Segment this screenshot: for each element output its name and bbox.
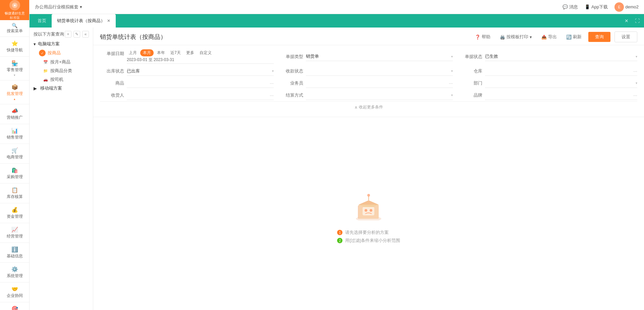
- mobile-scheme-group[interactable]: ▶ 移动端方案: [30, 84, 93, 93]
- warehouse-control[interactable]: ···: [485, 66, 637, 76]
- pc-scheme-group[interactable]: ▾ 电脑端方案: [30, 40, 93, 48]
- app-logo[interactable]: 畅捷通好生意 标准版: [0, 0, 30, 20]
- query-btn[interactable]: 查询: [588, 32, 610, 42]
- user-avatar: E: [614, 2, 624, 12]
- collapse-filter-btn[interactable]: ∧ 收起更多条件: [100, 101, 637, 113]
- wholesale-arrow: ▴: [14, 97, 15, 101]
- industry-selector[interactable]: 办公用品行业模拟账套 ▾: [35, 4, 82, 10]
- filter-cell-goods: 商品 ···: [100, 79, 279, 88]
- help-btn[interactable]: ❓ 帮助: [472, 33, 493, 41]
- print-btn[interactable]: 🖨️ 按模板打印 ▾: [497, 33, 535, 41]
- marketing-label: 营销推广: [7, 115, 23, 120]
- sidebar-item-sales[interactable]: 📊 销售管理: [0, 124, 29, 144]
- out-status-control[interactable]: 已出库 ▾: [127, 67, 274, 76]
- wholesale-label: 批发管理: [7, 91, 23, 97]
- salesman-label: 业务员: [279, 80, 306, 86]
- date-tab-this-year[interactable]: 本年: [155, 49, 167, 56]
- sidebar-item-basic[interactable]: ℹ️ 基础信息: [0, 243, 29, 263]
- sidebar-item-operations[interactable]: 📈 经营管理: [0, 223, 29, 243]
- sidebar-item-wholesale[interactable]: 📦 批发管理 ▴: [0, 81, 29, 104]
- warehouse-dots: ···: [633, 68, 637, 74]
- filter-cell-payment: 收款状态 ▾: [279, 66, 458, 76]
- svg-point-10: [367, 194, 370, 197]
- filter-cell-out-status: 出库状态 已出库 ▾: [100, 66, 279, 76]
- message-icon: 💬: [562, 4, 568, 9]
- step-2-num: 2: [337, 238, 342, 243]
- scheme-by-driver[interactable]: 🚗 按司机: [30, 75, 93, 84]
- settlement-control[interactable]: ▾: [306, 91, 453, 100]
- enterprise-label: 企业协同: [7, 293, 23, 299]
- refresh-btn[interactable]: 🔄 刷新: [564, 33, 584, 41]
- date-label: 单据日期: [100, 49, 127, 57]
- sidebar-item-quick-nav[interactable]: ⭐ 快捷导航: [0, 37, 29, 57]
- scheme-by-category-label: 按商品分类: [50, 68, 72, 74]
- scheme-by-month-goods[interactable]: 📅 按月+商品: [30, 58, 93, 66]
- sidebar-item-inventory[interactable]: 📋 库存核算: [0, 184, 29, 203]
- message-btn[interactable]: 💬 消息: [562, 4, 578, 10]
- category-icon: 📁: [43, 68, 48, 73]
- sidebar-item-finance[interactable]: 💰 资金管理: [0, 203, 29, 223]
- salesman-dots: ···: [449, 81, 453, 86]
- sidebar-item-enterprise[interactable]: 🤝 企业协同: [0, 282, 29, 302]
- purchase-label: 采购管理: [7, 174, 23, 180]
- salesman-control[interactable]: ···: [306, 79, 453, 88]
- user-menu[interactable]: E demo2: [614, 2, 639, 12]
- doc-status-control[interactable]: 已生效 ▾: [485, 52, 637, 61]
- date-tab-7days[interactable]: 近7天: [168, 49, 183, 56]
- industry-dropdown-icon: ▾: [80, 4, 82, 9]
- tab-home[interactable]: 首页: [32, 14, 52, 28]
- edit-scheme-btn[interactable]: ✎: [73, 31, 80, 38]
- sidebar-item-marketing[interactable]: 📣 营销推广: [0, 104, 29, 124]
- date-tab-this-month[interactable]: 本月: [140, 49, 154, 56]
- wholesale-icon: 📦: [11, 84, 18, 90]
- industry-name: 办公用品行业模拟账套: [35, 4, 78, 10]
- sales-label: 销售管理: [7, 135, 23, 140]
- brand-control[interactable]: ···: [485, 91, 637, 100]
- sidebar-item-retail[interactable]: 🏪 零售管理 ▾: [0, 57, 29, 81]
- doc-type-control[interactable]: 销货单 ▾: [306, 52, 453, 61]
- message-label: 消息: [569, 4, 578, 10]
- date-tab-last-month[interactable]: 上月: [127, 49, 139, 56]
- step-2-text: 用[过滤]条件来缩小分析范围: [345, 238, 400, 244]
- tab-expand-btn[interactable]: ⛶: [633, 17, 641, 25]
- filter-cell-brand: 品牌 ···: [458, 91, 637, 100]
- scheme-by-goods-label: 按商品: [48, 50, 61, 56]
- tab-sales-stats[interactable]: 销货单统计表（按商品） ✕: [52, 14, 116, 28]
- scheme-by-goods[interactable]: ✓ 按商品: [30, 48, 93, 58]
- date-tab-custom[interactable]: 自定义: [198, 49, 214, 56]
- app-download-icon: 📱: [585, 4, 590, 9]
- search-menu[interactable]: 🔍 搜索菜单: [0, 20, 29, 37]
- add-scheme-btn[interactable]: +: [65, 31, 71, 38]
- doc-type-dropdown-icon: ▾: [451, 55, 453, 58]
- settlement-label: 结算方式: [279, 92, 306, 98]
- app-download-btn[interactable]: 📱 App下载: [585, 4, 608, 10]
- settings-btn[interactable]: 设置: [614, 32, 637, 42]
- export-icon: 📤: [541, 35, 547, 40]
- recipient-control[interactable]: ···: [127, 91, 274, 100]
- dept-control[interactable]: ▾: [485, 79, 637, 88]
- filter-cell-doc-status: 单据状态 已生效 ▾: [458, 49, 637, 64]
- print-label: 按模板打印: [506, 34, 528, 40]
- filter-row-3: 商品 ··· 业务员 ··· 部门: [100, 79, 637, 88]
- dept-dropdown-icon: ▾: [636, 81, 637, 85]
- empty-steps: 1 请先选择要分析的方案 2 用[过滤]条件来缩小分析范围: [337, 229, 400, 244]
- page-actions: ❓ 帮助 🖨️ 按模板打印 ▾ 📤 导出 🔄 刷新: [472, 32, 637, 42]
- date-tab-more[interactable]: 更多: [184, 49, 196, 56]
- tab-close-btn[interactable]: ✕: [107, 18, 110, 23]
- tab-close-all-btn[interactable]: ✕: [623, 17, 631, 25]
- refresh-icon: 🔄: [566, 35, 572, 40]
- sidebar-item-ecommerce[interactable]: 🛒 电商管理: [0, 144, 29, 164]
- goods-control[interactable]: ···: [127, 79, 274, 88]
- sidebar-item-purchase[interactable]: 🛍️ 采购管理: [0, 164, 29, 184]
- sidebar-item-system[interactable]: ⚙️ 系统管理: [0, 263, 29, 282]
- scheme-by-category[interactable]: 📁 按商品分类: [30, 66, 93, 75]
- filter-cell-recipient: 收货人 ···: [100, 91, 279, 100]
- export-btn[interactable]: 📤 导出: [539, 33, 559, 41]
- collapse-panel-btn[interactable]: «: [82, 31, 89, 38]
- sidebar-item-guide[interactable]: 🎯 新手引导: [0, 302, 29, 310]
- left-panel-header: 按以下方案查询 + ✎ «: [30, 28, 93, 40]
- print-icon: 🖨️: [500, 35, 505, 40]
- payment-control[interactable]: ▾: [306, 66, 453, 76]
- app-download-label: App下载: [591, 4, 608, 10]
- out-status-label: 出库状态: [100, 68, 127, 74]
